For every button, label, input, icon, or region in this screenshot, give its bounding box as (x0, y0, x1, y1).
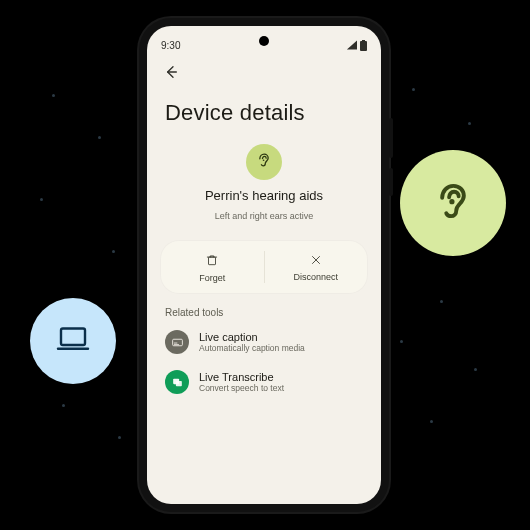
svg-point-1 (449, 199, 454, 204)
signal-icon (346, 40, 357, 50)
trash-icon (205, 253, 219, 269)
svg-rect-8 (175, 380, 181, 385)
device-avatar (246, 144, 282, 180)
tool-title: Live Transcribe (199, 371, 284, 383)
status-time: 9:30 (161, 40, 180, 51)
close-icon (310, 254, 322, 268)
disconnect-label: Disconnect (293, 272, 338, 282)
phone-screen: 9:30 (147, 26, 381, 504)
svg-rect-0 (61, 329, 85, 346)
tool-subtitle: Convert speech to text (199, 383, 284, 393)
forget-button[interactable]: Forget (161, 241, 264, 293)
back-button[interactable] (157, 60, 185, 88)
laptop-icon (55, 321, 91, 361)
tool-subtitle: Automatically caption media (199, 343, 305, 353)
page-title: Device details (147, 88, 381, 140)
device-name: Perrin's hearing aids (205, 188, 323, 203)
hearing-bubble (400, 150, 506, 256)
hearing-icon (427, 175, 479, 231)
tool-live-transcribe[interactable]: Live Transcribe Convert speech to text (147, 362, 381, 402)
tool-title: Live caption (199, 331, 305, 343)
svg-point-4 (263, 159, 265, 161)
device-status: Left and right ears active (215, 211, 314, 221)
phone-frame: 9:30 (139, 18, 389, 512)
app-bar (147, 56, 381, 88)
svg-rect-5 (209, 257, 216, 265)
arrow-left-icon (163, 64, 179, 84)
tool-live-caption[interactable]: Live caption Automatically caption media (147, 322, 381, 362)
device-summary: Perrin's hearing aids Left and right ear… (147, 140, 381, 235)
action-card: Forget Disconnect (161, 241, 367, 293)
laptop-bubble (30, 298, 116, 384)
svg-rect-2 (360, 41, 367, 51)
battery-icon (360, 40, 367, 51)
related-tools-label: Related tools (147, 307, 381, 322)
svg-rect-3 (362, 40, 365, 42)
promo-stage: 9:30 (0, 0, 530, 530)
forget-label: Forget (199, 273, 225, 283)
live-caption-icon (165, 330, 189, 354)
camera-hole (259, 36, 269, 46)
disconnect-button[interactable]: Disconnect (265, 241, 368, 293)
live-transcribe-icon (165, 370, 189, 394)
hearing-aid-icon (254, 150, 274, 174)
